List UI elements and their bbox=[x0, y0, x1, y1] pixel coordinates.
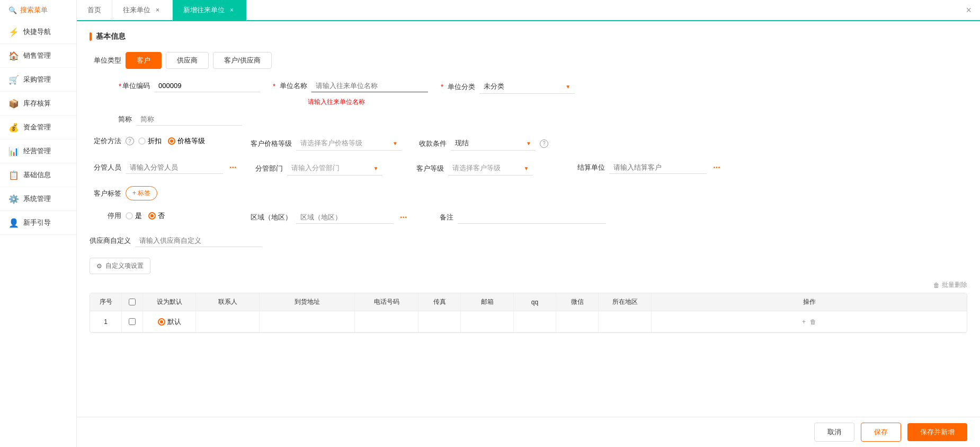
settlement-dots-button[interactable]: ··· bbox=[711, 163, 722, 172]
tab-partner[interactable]: 往来单位 × bbox=[112, 0, 173, 21]
type-btn-both[interactable]: 客户/供应商 bbox=[213, 52, 272, 69]
payment-terms-select[interactable]: 现结 ▼ bbox=[451, 136, 536, 151]
add-tag-button[interactable]: + 标签 bbox=[126, 186, 157, 200]
sidebar-item-sales[interactable]: 🏠 销售管理 bbox=[0, 44, 76, 68]
remarks-group: 备注 bbox=[422, 211, 606, 224]
pricing-help-icon[interactable]: ? bbox=[126, 137, 134, 145]
sidebar-item-guide[interactable]: 👤 新手引导 bbox=[0, 211, 76, 235]
settlement-group: 结算单位 ··· bbox=[573, 161, 722, 174]
customer-price-level-select[interactable]: 请选择客户价格等级 ▼ bbox=[296, 136, 402, 151]
customer-tag-label: 客户标签 bbox=[90, 189, 121, 198]
tab-new-partner-close[interactable]: × bbox=[228, 5, 236, 15]
unit-type-group: 单位类型 客户 供应商 客户/供应商 bbox=[90, 52, 272, 69]
qq-input[interactable] bbox=[520, 315, 549, 328]
radio-discount[interactable]: 折扣 bbox=[138, 136, 162, 146]
radio-yes[interactable]: 是 bbox=[126, 211, 142, 221]
tab-partner-label: 往来单位 bbox=[123, 5, 150, 15]
manager-input[interactable] bbox=[126, 161, 223, 174]
sidebar-item-purchase-label: 采购管理 bbox=[23, 75, 51, 84]
unit-name-input[interactable] bbox=[311, 80, 428, 92]
manager-dots-button[interactable]: ··· bbox=[227, 163, 238, 172]
dept-select[interactable]: 请输入分管部门 ▼ bbox=[287, 161, 382, 176]
payment-help-icon[interactable]: ? bbox=[540, 139, 548, 148]
sidebar-item-system[interactable]: ⚙️ 系统管理 bbox=[0, 187, 76, 211]
sidebar-item-operation[interactable]: 📊 经营管理 bbox=[0, 139, 76, 163]
remarks-input[interactable] bbox=[458, 211, 606, 224]
sidebar-item-guide-label: 新手引导 bbox=[23, 218, 51, 227]
sidebar-item-purchase[interactable]: 🛒 采购管理 bbox=[0, 68, 76, 92]
email-input[interactable] bbox=[467, 315, 507, 328]
unit-category-select[interactable]: 未分类 ▼ bbox=[479, 80, 575, 94]
window-close-button[interactable]: × bbox=[957, 5, 980, 16]
tab-home[interactable]: 首页 bbox=[77, 0, 112, 21]
tab-new-partner[interactable]: 新增往来单位 × bbox=[173, 0, 247, 21]
radio-price-level-label: 价格等级 bbox=[177, 136, 205, 146]
sidebar-search-label: 搜索菜单 bbox=[20, 5, 48, 15]
cell-check[interactable] bbox=[122, 311, 143, 332]
sidebar-item-quicknav[interactable]: ⚡ 快捷导航 bbox=[0, 20, 76, 44]
contact-input[interactable] bbox=[202, 315, 253, 328]
payment-terms-value: 现结 bbox=[455, 138, 469, 148]
table-header-checkbox[interactable] bbox=[129, 299, 136, 305]
col-header-wx: 微信 bbox=[556, 293, 599, 311]
add-row-button[interactable]: + bbox=[802, 318, 806, 326]
unit-type-label: 单位类型 bbox=[90, 56, 121, 65]
cell-wx[interactable] bbox=[556, 311, 599, 332]
custom-settings-button[interactable]: ⚙ 自定义项设置 bbox=[90, 258, 150, 274]
radio-no[interactable]: 否 bbox=[148, 211, 165, 221]
supplier-custom-label: 供应商自定义 bbox=[90, 236, 131, 246]
unit-code-input[interactable] bbox=[154, 80, 260, 92]
dept-group: 分管部门 请输入分管部门 ▼ bbox=[251, 161, 399, 176]
row-checkbox[interactable] bbox=[129, 318, 136, 325]
cell-region[interactable] bbox=[599, 311, 652, 332]
customer-level-select[interactable]: 请选择客户等级 ▼ bbox=[448, 161, 533, 176]
sidebar-item-basic-label: 基础信息 bbox=[23, 170, 51, 180]
batch-delete-label[interactable]: 批量删除 bbox=[942, 281, 967, 290]
customer-level-placeholder: 请选择客户等级 bbox=[452, 163, 501, 173]
save-new-button[interactable]: 保存并新增 bbox=[907, 423, 967, 441]
cell-fax[interactable] bbox=[418, 311, 461, 332]
address-input[interactable] bbox=[266, 315, 348, 328]
search-icon: 🔍 bbox=[8, 6, 17, 14]
cell-phone[interactable] bbox=[355, 311, 418, 332]
row-region-input[interactable] bbox=[605, 315, 645, 328]
supplier-custom-input[interactable] bbox=[135, 234, 262, 247]
pricing-label: 定价方法 bbox=[90, 136, 121, 146]
cell-contact[interactable] bbox=[196, 311, 260, 332]
sidebar-item-finance[interactable]: 💰 资金管理 bbox=[0, 116, 76, 139]
purchase-icon: 🛒 bbox=[8, 74, 19, 85]
unit-category-group: * 单位分类 未分类 ▼ bbox=[441, 80, 589, 94]
region-input[interactable] bbox=[296, 211, 394, 224]
radio-price-level[interactable]: 价格等级 bbox=[168, 136, 205, 146]
short-name-input[interactable] bbox=[136, 113, 242, 126]
type-btn-supplier[interactable]: 供应商 bbox=[166, 52, 209, 69]
tab-partner-close[interactable]: × bbox=[154, 5, 162, 15]
default-radio[interactable]: 默认 bbox=[158, 317, 181, 327]
save-button[interactable]: 保存 bbox=[861, 423, 901, 442]
phone-input[interactable] bbox=[361, 315, 412, 328]
settlement-label: 结算单位 bbox=[573, 163, 605, 172]
cell-email[interactable] bbox=[461, 311, 514, 332]
sidebar-item-basic[interactable]: 📋 基础信息 bbox=[0, 163, 76, 187]
fax-input[interactable] bbox=[424, 315, 456, 328]
tab-home-label: 首页 bbox=[87, 5, 101, 15]
cancel-button[interactable]: 取消 bbox=[814, 423, 854, 442]
short-name-group: 简称 bbox=[90, 113, 242, 126]
cell-address[interactable] bbox=[260, 311, 355, 332]
col-header-fax: 传真 bbox=[418, 293, 461, 311]
main-area: 首页 往来单位 × 新增往来单位 × × 基本信息 单位类型 客户 供应商 bbox=[77, 0, 980, 447]
type-btn-customer[interactable]: 客户 bbox=[126, 52, 162, 69]
region-dots-button[interactable]: ··· bbox=[398, 213, 409, 222]
section-header: 基本信息 bbox=[90, 32, 967, 41]
cell-qq[interactable] bbox=[514, 311, 556, 332]
settlement-input[interactable] bbox=[609, 161, 707, 174]
supplier-custom-group: 供应商自定义 bbox=[90, 234, 262, 247]
sidebar-item-system-label: 系统管理 bbox=[23, 194, 51, 204]
contacts-table: 序号 设为默认 联系人 到货地址 电话号码 传真 bbox=[90, 293, 967, 333]
delete-row-button[interactable]: 🗑 bbox=[810, 318, 816, 326]
sidebar-search[interactable]: 🔍 搜索菜单 bbox=[0, 0, 76, 20]
manager-label: 分管人员 bbox=[90, 163, 121, 172]
radio-price-level-circle bbox=[168, 137, 175, 145]
sidebar-item-inventory[interactable]: 📦 库存核算 bbox=[0, 92, 76, 116]
wx-input[interactable] bbox=[563, 315, 592, 328]
